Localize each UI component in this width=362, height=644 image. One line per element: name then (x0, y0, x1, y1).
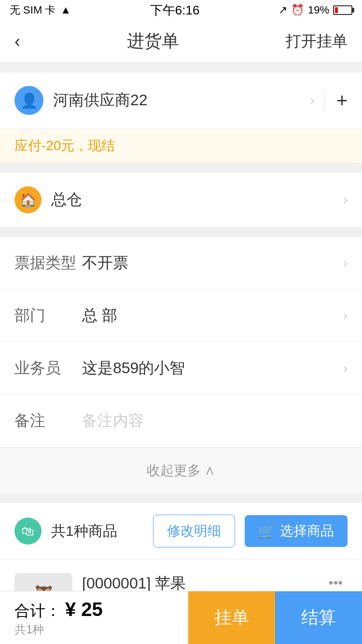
invoice-chevron-icon: › (343, 255, 348, 271)
product-count: 共1种商品 (51, 521, 143, 541)
supplier-name: 河南供应商22 (53, 90, 310, 111)
status-time: 下午6:16 (150, 2, 200, 19)
avatar-icon: 👤 (20, 92, 38, 109)
total-label: 合计： (14, 602, 61, 619)
total-row: 合计： ¥ 25 (14, 599, 174, 622)
remark-label: 备注 (14, 410, 82, 432)
total-section: 合计： ¥ 25 共1种 (0, 599, 188, 637)
gap-3 (0, 227, 362, 237)
total-count: 共1种 (14, 622, 174, 637)
remark-input[interactable]: 备注内容 (82, 410, 348, 432)
collapse-button[interactable]: 收起更多 ∧ (0, 448, 362, 493)
warehouse-row[interactable]: 🏠 总仓 › (0, 173, 362, 227)
bag-icon: 🛍 (22, 524, 34, 539)
carrier-text: 无 SIM 卡 (10, 3, 56, 17)
battery-icon (333, 5, 352, 15)
invoice-label: 票据类型 (14, 252, 82, 274)
warehouse-chevron-icon: › (343, 192, 348, 208)
supplier-avatar: 👤 (14, 86, 43, 115)
nav-bar: ‹ 进货单 打开挂单 (0, 20, 362, 63)
notice-bar: 应付-20元，现结 (0, 129, 362, 163)
status-right: ↗ ⏰ 19% (278, 4, 352, 16)
alarm-icon: ⏰ (291, 4, 304, 16)
status-carrier: 无 SIM 卡 ▲ (10, 3, 71, 17)
select-product-button[interactable]: 🛒 选择商品 (245, 515, 348, 547)
status-bar: 无 SIM 卡 ▲ 下午6:16 ↗ ⏰ 19% (0, 0, 362, 20)
invoice-row[interactable]: 票据类型 不开票 › (0, 237, 362, 290)
supplier-card: 👤 河南供应商22 › + 应付-20元，现结 (0, 72, 362, 163)
sales-label: 业务员 (14, 358, 82, 379)
dept-chevron-icon: › (343, 308, 348, 323)
hang-button[interactable]: 挂单 (188, 591, 275, 644)
add-supplier-button[interactable]: + (336, 90, 348, 112)
cart-icon: 🛍 (14, 518, 42, 545)
total-amount: ¥ 25 (65, 599, 103, 620)
form-card: 票据类型 不开票 › 部门 总 部 › 业务员 这是859的小智 › 备注 备注… (0, 237, 362, 493)
vertical-divider (324, 91, 325, 110)
house-icon: 🏠 (20, 192, 37, 208)
edit-detail-button[interactable]: 修改明细 (153, 515, 235, 547)
dept-label: 部门 (14, 305, 82, 326)
sales-row[interactable]: 业务员 这是859的小智 › (0, 342, 362, 395)
supplier-chevron-icon: › (310, 93, 314, 108)
battery-percent: 19% (308, 4, 329, 16)
warehouse-icon: 🏠 (14, 186, 42, 213)
back-button[interactable]: ‹ (14, 31, 20, 52)
product-header: 🛍 共1种商品 修改明细 🛒 选择商品 (0, 503, 362, 559)
location-icon: ↗ (278, 4, 287, 16)
supplier-row[interactable]: 👤 河南供应商22 › + (0, 72, 362, 129)
select-product-label: 选择商品 (280, 522, 334, 540)
warehouse-card: 🏠 总仓 › (0, 173, 362, 227)
warehouse-name: 总仓 (51, 189, 343, 210)
dept-row[interactable]: 部门 总 部 › (0, 290, 362, 342)
gap-1 (0, 63, 362, 72)
sales-chevron-icon: › (343, 361, 348, 376)
cart-add-icon: 🛒 (258, 523, 275, 539)
remark-row[interactable]: 备注 备注内容 (0, 395, 362, 448)
notice-text: 应付-20元，现结 (14, 138, 115, 153)
invoice-value: 不开票 (82, 252, 343, 274)
checkout-button[interactable]: 结算 (275, 591, 362, 644)
gap-2 (0, 163, 362, 173)
dept-value: 总 部 (82, 305, 343, 326)
page-title: 进货单 (127, 29, 179, 53)
sales-value: 这是859的小智 (82, 358, 343, 379)
wifi-icon: ▲ (60, 4, 71, 16)
product-more-button[interactable]: ••• (324, 573, 348, 592)
bottom-bar: 合计： ¥ 25 共1种 挂单 结算 (0, 591, 362, 644)
open-hang-button[interactable]: 打开挂单 (286, 31, 348, 52)
